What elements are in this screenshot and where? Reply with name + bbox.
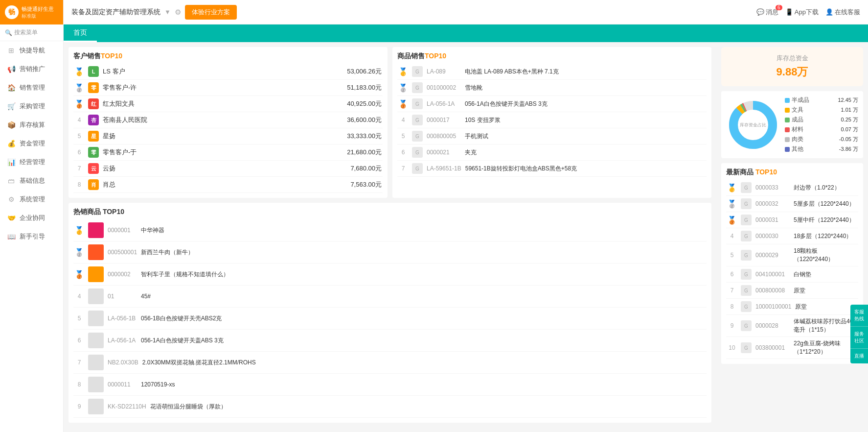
gear-icon[interactable]: ⚙	[175, 8, 181, 17]
sidebar-item-purchase[interactable]: 🛒 采购管理	[0, 97, 63, 116]
list-item: 9 G 0000028 体碱荔枝味苏打饮品400毫升（1*15）	[726, 315, 858, 337]
list-item: 4 01 45#	[73, 286, 707, 308]
sidebar-item-finance[interactable]: 💰 资金管理	[0, 134, 63, 153]
marketing-icon: 📢	[7, 65, 16, 73]
tab-home[interactable]: 首页	[64, 24, 97, 42]
hot-products-list: 🥇 0000001 中华神器 🥈 000500001 新西兰牛肉（新牛） 🥉 0…	[73, 219, 707, 418]
legend-item: 其他 -3.86 万	[785, 145, 858, 153]
logo-text: 畅捷通好生意 标准版	[22, 5, 54, 19]
tabbar: 首页	[64, 24, 868, 42]
table-row: 4 杏 苍南县人民医院 36,600.00元	[73, 112, 383, 128]
system-name: 装备及固定资产辅助管理系统	[71, 8, 160, 17]
service-icon: 👤	[825, 8, 833, 16]
logo-icon: 畅	[5, 5, 19, 19]
mobile-icon: 📱	[785, 8, 793, 16]
list-item: 🥈 000500001 新西兰牛肉（新牛）	[73, 241, 707, 264]
system-icon: ⚙	[7, 195, 16, 203]
list-item: 8 G 10000100001 原堂	[726, 299, 858, 315]
inventory-value: 9.88万	[729, 65, 855, 79]
topsales-title: 商品销售TOP10	[397, 52, 446, 61]
donut-chart: 库存资金占比	[726, 98, 780, 152]
main-area: 装备及固定资产辅助管理系统 ▼ ⚙ 体验行业方案 💬 消息 6 📱 App下载 …	[64, 0, 868, 432]
float-buttons: 客服热线服务社区直播	[850, 305, 868, 363]
table-row: 🥇 G LA-089 电池盖 LA-089 ABS本色+黑种 7.1克	[397, 64, 707, 80]
hot-products-header: 热销商品 TOP10	[73, 208, 707, 216]
list-item: 🥇 G 0000033 封边带（1.0*22）	[726, 180, 858, 196]
list-item: 7 G 000800008 原堂	[726, 283, 858, 299]
table-row: 🥉 红 红太阳文具 40,925.00元	[73, 96, 383, 112]
message-badge: 6	[776, 5, 782, 10]
finance-icon: 💰	[7, 140, 16, 147]
topsales-panel: 商品销售TOP10 🥇 G LA-089 电池盖 LA-089 ABS本色+黑种…	[392, 47, 711, 198]
dropdown-icon[interactable]: ▼	[164, 8, 171, 16]
management-icon: 📊	[7, 158, 16, 166]
inventory-card: 库存总资金 9.88万	[721, 47, 863, 86]
list-item: 9 KK-SD22110H 花语萌恒温分腿睡袋（厚款）	[73, 396, 707, 418]
sidebar-search[interactable]: 🔍 搜索菜单	[0, 24, 63, 41]
list-item: 10 G 003800001 22g鱼豆腐-烧烤味（1*12*20）	[726, 337, 858, 359]
table-row: 6 G 0000021 夹克	[397, 144, 707, 161]
quicknav-icon: ⊞	[7, 47, 16, 54]
sidebar-item-management[interactable]: 📊 经营管理	[0, 153, 63, 171]
float-btn-2[interactable]: 直播	[850, 349, 868, 363]
legend-item: 文具 1.01 万	[785, 106, 858, 114]
list-item: 🥉 0000002 智利车子里（规格不知道填什么）	[73, 264, 707, 286]
trial-button[interactable]: 体验行业方案	[185, 5, 237, 20]
list-item: 7 NB2.0X30B 2.0X30MM双搓花轴.搓花直径2.1MM/ROHS	[73, 352, 707, 374]
sidebar-item-quicknav[interactable]: ⊞ 快捷导航	[0, 41, 63, 60]
message-icon: 💬	[756, 8, 764, 16]
legend-item: 材料 0.07 万	[785, 125, 858, 134]
right-panel: 库存总资金 9.88万	[716, 42, 868, 432]
table-row: 5 G 000800005 手机测试	[397, 128, 707, 144]
app-download-button[interactable]: 📱 App下载	[785, 8, 819, 17]
purchase-icon: 🛒	[7, 102, 16, 110]
sidebar: 畅 畅捷通好生意 标准版 🔍 搜索菜单 ⊞ 快捷导航 📢 营销推广 🏠 销售管理…	[0, 0, 64, 432]
float-btn-0[interactable]: 客服热线	[850, 305, 868, 327]
sidebar-item-marketing[interactable]: 📢 营销推广	[0, 60, 63, 78]
inventory-donut-section: 库存资金占比 半成品 12.45 万 文具 1.01 万 成品 0.25 万 材…	[721, 91, 863, 158]
table-row: 🥈 G 001000002 雪地靴	[397, 80, 707, 96]
table-row: 7 云 云扬 7,680.00元	[73, 161, 383, 177]
new-products-header: 最新商品 TOP10	[726, 168, 858, 177]
middle-column: 客户销售TOP10 🥇 L LS 客户 53,006.26元 🥈 零 零售客户-…	[64, 42, 716, 432]
table-row: 8 肖 肖总 7,563.00元	[73, 177, 383, 193]
list-item: 6 LA-056-1A 056-1A白色按键开关盖ABS 3克	[73, 330, 707, 352]
top-tables-row: 客户销售TOP10 🥇 L LS 客户 53,006.26元 🥈 零 零售客户-…	[69, 47, 711, 198]
guide-icon: 📖	[7, 233, 16, 240]
sidebar-item-enterprise[interactable]: 🤝 企业协同	[0, 209, 63, 227]
customer-ranking-panel: 客户销售TOP10 🥇 L LS 客户 53,006.26元 🥈 零 零售客户-…	[69, 47, 388, 198]
table-row: 🥈 零 零售客户-许 51,183.00元	[73, 80, 383, 96]
topsales-table: 🥇 G LA-089 电池盖 LA-089 ABS本色+黑种 7.1克 🥈 G …	[397, 64, 707, 177]
list-item: 5 G 0000029 18颗粒板（1220*2440）	[726, 244, 858, 266]
inventory-title: 库存总资金	[729, 54, 855, 63]
legend-item: 半成品 12.45 万	[785, 96, 858, 104]
table-row: 🥇 L LS 客户 53,006.26元	[73, 64, 383, 80]
list-item: 8 0000011 12070519-xs	[73, 374, 707, 396]
header-right: 💬 消息 6 📱 App下载 👤 在线客服	[756, 8, 860, 17]
list-item: 🥉 G 0000031 5厘中纤（1220*2440）	[726, 212, 858, 228]
list-item: 6 G 004100001 白钢垫	[726, 266, 858, 283]
service-button[interactable]: 👤 在线客服	[825, 8, 860, 17]
sidebar-item-sales[interactable]: 🏠 销售管理	[0, 78, 63, 97]
message-button[interactable]: 💬 消息 6	[756, 8, 778, 17]
new-products-panel: 最新商品 TOP10 🥇 G 0000033 封边带（1.0*22） 🥈 G 0…	[721, 163, 863, 364]
new-products-title: 最新商品 TOP10	[726, 168, 777, 177]
sidebar-item-inventory[interactable]: 📦 库存核算	[0, 116, 63, 134]
inventory-icon: 📦	[7, 121, 16, 129]
sidebar-item-guide[interactable]: 📖 新手引导	[0, 227, 63, 246]
sidebar-item-system[interactable]: ⚙ 系统管理	[0, 190, 63, 209]
topsales-header: 商品销售TOP10	[397, 52, 707, 61]
list-item: 🥇 0000001 中华神器	[73, 219, 707, 241]
list-item: 5 LA-056-1B 056-1B白色按键开关壳ABS2克	[73, 308, 707, 330]
donut-center-label: 库存资金占比	[740, 121, 766, 128]
table-row: 🥉 G LA-056-1A 056-1A白色按键开关盖ABS 3克	[397, 96, 707, 112]
customer-ranking-header: 客户销售TOP10	[73, 52, 383, 61]
float-btn-1[interactable]: 服务社区	[850, 327, 868, 349]
baseinfo-icon: 🗃	[7, 177, 16, 185]
customer-ranking-table: 🥇 L LS 客户 53,006.26元 🥈 零 零售客户-许 51,183.0…	[73, 64, 383, 193]
table-row: 5 星 星扬 33,333.00元	[73, 128, 383, 144]
customer-ranking-title: 客户销售TOP10	[73, 52, 122, 61]
list-item: 4 G 0000030 18多层（1220*2440）	[726, 228, 858, 244]
sidebar-item-baseinfo[interactable]: 🗃 基础信息	[0, 171, 63, 190]
table-row: 6 零 零售客户-于 21,680.00元	[73, 144, 383, 161]
